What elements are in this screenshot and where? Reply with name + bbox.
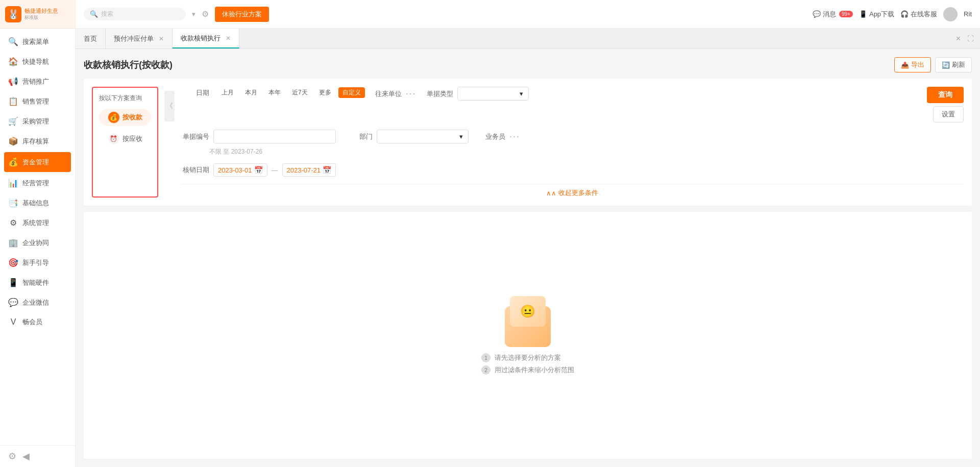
- message-button[interactable]: 💬 消息 99+: [813, 10, 853, 19]
- verify-date-end-input[interactable]: 2023-07-21 📅: [282, 163, 336, 177]
- export-button[interactable]: 📤 导出: [894, 57, 931, 72]
- date-custom[interactable]: 自定义: [338, 87, 365, 98]
- payment-option-icon: 💰: [108, 112, 119, 123]
- sidebar-item-basic-info[interactable]: 📑 基础信息: [0, 193, 75, 213]
- verify-date-filter: 核销日期 2023-03-01 📅 — 2023-07-21 📅: [181, 163, 964, 177]
- sidebar-item-marketing[interactable]: 📢 营销推广: [0, 71, 75, 91]
- guide-icon: 🎯: [8, 258, 18, 267]
- sidebar-item-sales[interactable]: 📋 销售管理: [0, 91, 75, 111]
- collapse-filter-button[interactable]: 《: [164, 91, 175, 121]
- topbar-gear-icon[interactable]: ⚙: [202, 9, 209, 19]
- empty-face: 😐: [510, 296, 546, 327]
- dept-filter: 部门 ▾: [344, 130, 469, 143]
- sidebar-item-guide[interactable]: 🎯 新手引导: [0, 253, 75, 273]
- empty-hint-1: 1 请先选择要分析的方案: [481, 353, 574, 362]
- collapse-more-button[interactable]: ∧∧ 收起更多条件: [181, 184, 964, 198]
- query-button[interactable]: 查询: [927, 87, 964, 103]
- counterparty-label: 往来单位: [373, 89, 402, 99]
- verify-date-start-value: 2023-03-01: [218, 166, 252, 174]
- inventory-icon: 📦: [8, 136, 18, 146]
- filter-panel: 按以下方案查询 💰 按收款 ⏰ 按应收 《 日期: [84, 79, 972, 206]
- main-area: 🔍 搜索 ▾ ⚙ 休验行业方案 💬 消息 99+ 📱 App下载 🎧 在线客服 …: [76, 0, 980, 467]
- verification-tab-close[interactable]: ✕: [226, 35, 231, 42]
- close-tab-icon[interactable]: ✕: [955, 35, 961, 42]
- bill-type-label: 单据类型: [425, 89, 453, 99]
- online-service-button[interactable]: 🎧 在线客服: [900, 10, 937, 19]
- industry-solution-button[interactable]: 休验行业方案: [215, 7, 269, 22]
- empty-hint-text: 1 请先选择要分析的方案 2 用过滤条件来缩小分析范围: [481, 353, 574, 375]
- empty-illustration: 😐: [500, 296, 556, 347]
- sidebar-item-hardware[interactable]: 📱 智能硬件: [0, 273, 75, 292]
- sidebar-item-finance[interactable]: 💰 资金管理: [4, 152, 71, 172]
- logo-text: 畅捷通好生意: [24, 7, 58, 14]
- sidebar-item-member[interactable]: V 畅会员: [0, 312, 75, 332]
- page-header-actions: 📤 导出 🔄 刷新: [894, 57, 972, 72]
- date-quick-options: 上月 本月 本年 近7天 更多 自定义: [217, 87, 365, 99]
- page-content: 收款核销执行(按收款) 📤 导出 🔄 刷新 按以下方案查询 💰 按收款: [76, 49, 980, 467]
- tab-prepay[interactable]: 预付冲应付单 ✕: [106, 29, 173, 48]
- date-this-month[interactable]: 本月: [241, 87, 261, 99]
- sidebar-nav: 🔍 搜索菜单 🏠 快捷导航 📢 营销推广 📋 销售管理 🛒 采购管理 📦 库存核…: [0, 29, 75, 445]
- collab-icon: 🏢: [8, 238, 18, 248]
- counterparty-input[interactable]: ···: [406, 88, 416, 99]
- refresh-button[interactable]: 🔄 刷新: [935, 57, 972, 72]
- service-icon: 🎧: [900, 10, 909, 18]
- query-action-area: 查询 设置: [927, 87, 964, 122]
- hardware-icon: 📱: [8, 278, 18, 287]
- filter-option-by-payment[interactable]: 💰 按收款: [99, 109, 151, 126]
- topbar-search-box[interactable]: 🔍 搜索: [84, 8, 186, 20]
- tab-home[interactable]: 首页: [76, 29, 106, 48]
- bill-type-chevron: ▾: [520, 90, 523, 97]
- app-download-button[interactable]: 📱 App下载: [859, 10, 894, 19]
- sidebar-item-purchase[interactable]: 🛒 采购管理: [0, 111, 75, 131]
- filter-sidebar: 按以下方案查询 💰 按收款 ⏰ 按应收: [92, 87, 158, 198]
- date-7days[interactable]: 近7天: [288, 87, 312, 99]
- salesman-label: 业务员: [477, 132, 505, 141]
- salesman-input[interactable]: ···: [509, 131, 520, 142]
- search-menu-icon: 🔍: [8, 37, 18, 46]
- sidebar-item-system[interactable]: ⚙ 系统管理: [0, 213, 75, 233]
- bill-no-input[interactable]: [213, 130, 336, 143]
- verify-date-start-input[interactable]: 2023-03-01 📅: [213, 163, 267, 177]
- logo-area: 🐰 畅捷通好生意 标准版: [0, 0, 75, 29]
- prepay-tab-close[interactable]: ✕: [159, 35, 164, 42]
- filter-main: 日期 上月 本月 本年 近7天 更多 自定义 往来单位: [181, 87, 964, 198]
- setting-button[interactable]: 设置: [933, 106, 964, 122]
- topbar-search-placeholder: 搜索: [101, 10, 113, 18]
- hint-number-1: 1: [481, 353, 491, 362]
- salesman-filter: 业务员 ···: [477, 131, 520, 142]
- dept-chevron: ▾: [459, 133, 463, 140]
- collapse-sidebar-icon[interactable]: ◀: [22, 451, 30, 462]
- bill-type-select[interactable]: ▾: [457, 87, 529, 101]
- date-range-dash: —: [272, 166, 278, 174]
- sales-icon: 📋: [8, 96, 18, 106]
- page-title: 收款核销执行(按收款): [84, 59, 173, 71]
- user-avatar[interactable]: [943, 7, 958, 21]
- sidebar-item-collab[interactable]: 🏢 企业协同: [0, 233, 75, 253]
- tab-verification[interactable]: 收款核销执行 ✕: [173, 29, 239, 48]
- sidebar-item-search[interactable]: 🔍 搜索菜单: [0, 32, 75, 52]
- filter-option-by-receivable[interactable]: ⏰ 按应收: [99, 130, 151, 148]
- sidebar-item-management[interactable]: 📊 经营管理: [0, 173, 75, 193]
- sidebar-item-wechat[interactable]: 💬 企业微信: [0, 292, 75, 312]
- sidebar: 🐰 畅捷通好生意 标准版 🔍 搜索菜单 🏠 快捷导航 📢 营销推广 📋 销售管理…: [0, 0, 76, 467]
- sidebar-item-quicknav[interactable]: 🏠 快捷导航: [0, 52, 75, 71]
- settings-icon[interactable]: ⚙: [8, 451, 16, 462]
- logo-icon: 🐰: [5, 6, 21, 22]
- sidebar-item-inventory[interactable]: 📦 库存核算: [0, 131, 75, 151]
- tabbar: 首页 预付冲应付单 ✕ 收款核销执行 ✕ ✕ ⛶: [76, 29, 980, 49]
- purchase-icon: 🛒: [8, 116, 18, 126]
- home-tab-label: 首页: [84, 34, 97, 43]
- date-last-month[interactable]: 上月: [217, 87, 238, 99]
- dept-select[interactable]: ▾: [377, 130, 469, 143]
- system-icon: ⚙: [8, 218, 18, 228]
- date-more[interactable]: 更多: [315, 87, 335, 99]
- hint-number-2: 2: [481, 365, 491, 375]
- maximize-icon[interactable]: ⛶: [967, 35, 974, 42]
- dept-label: 部门: [344, 132, 373, 141]
- message-icon: 💬: [813, 10, 821, 18]
- receivable-option-icon: ⏰: [108, 133, 119, 144]
- calendar-end-icon: 📅: [323, 166, 331, 174]
- date-this-year[interactable]: 本年: [264, 87, 285, 99]
- topbar-dropdown-icon[interactable]: ▾: [192, 10, 195, 18]
